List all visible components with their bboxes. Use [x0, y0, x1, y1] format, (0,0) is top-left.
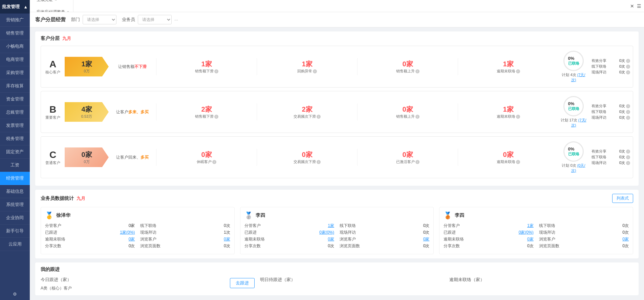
staff-stat-value[interactable]: 0家	[423, 236, 430, 242]
stat-block[interactable]: 0家已激活客户 i	[357, 149, 458, 166]
circle-progress: 0% 已联络	[563, 141, 584, 162]
sidebar-item-固定资产[interactable]: 固定资产	[0, 145, 30, 159]
sidebar-item-经营管理[interactable]: 经营管理	[0, 172, 30, 185]
plan-link[interactable]: (7天/次)	[571, 118, 586, 127]
stat-block[interactable]: 0家休眠客户 i	[156, 149, 257, 166]
staff-stat-value[interactable]: 0家	[224, 236, 230, 242]
info-icon[interactable]: i	[317, 115, 321, 119]
staff-stat-value[interactable]: 0家	[328, 236, 334, 242]
stat-block[interactable]: 1家逾期未联络 i	[458, 103, 558, 120]
today-followup-label: 今日跟进（家）	[41, 277, 224, 283]
goto-followup-button[interactable]: 去跟进	[230, 278, 255, 288]
stat-block[interactable]: 1家回购异常 i	[257, 58, 357, 75]
info-icon[interactable]: i	[626, 110, 630, 114]
sidebar-item-企业协同[interactable]: 企业协同	[0, 211, 30, 225]
staff-stat-row: 现场拜访0次	[539, 230, 629, 235]
sidebar-item-云应用[interactable]: 云应用	[0, 238, 30, 251]
info-icon[interactable]: i	[415, 115, 420, 119]
follow-title: 我的跟进	[41, 267, 633, 273]
sidebar-item-小畅电商[interactable]: 小畅电商	[0, 40, 30, 53]
sidebar-item-电商管理[interactable]: 电商管理	[0, 53, 30, 66]
staff-stat-value[interactable]: 0家	[622, 236, 629, 242]
sidebar-item-基础信息[interactable]: 基础信息	[0, 185, 30, 198]
sidebar-item-发票管理[interactable]: 发票管理	[0, 119, 30, 132]
info-icon[interactable]: i	[626, 59, 630, 63]
staff-filter: 业务员 请选择 ···	[122, 15, 178, 24]
staff-stat-value[interactable]: 0家	[129, 236, 135, 242]
staff-stat-row: 分管客户1家	[444, 223, 533, 229]
stat-block[interactable]: 0家销售额上升 i	[357, 103, 458, 120]
info-icon[interactable]: i	[626, 161, 630, 165]
plan-link[interactable]: (0天/次)	[571, 163, 585, 172]
biz-header: 业务员数据统计 九月 列表式	[41, 194, 633, 203]
sidebar-item-销售管理[interactable]: 销售管理	[0, 27, 30, 40]
stat-block[interactable]: 2家交易频次下滑 i	[257, 103, 357, 120]
main-area: 首页门店商品目录×销货单×店铺管理×生成凭证×应收应付调整单×工资表×工资统计报…	[30, 0, 644, 300]
settings-button[interactable]: ⚙	[0, 288, 30, 300]
info-icon[interactable]: i	[516, 115, 520, 119]
stat-block[interactable]: 0家交易频次下滑 i	[257, 149, 357, 166]
staff-stat-value[interactable]: 0家	[527, 236, 534, 242]
today-followup-col: 今日跟进（家） A类（核心）客户	[41, 277, 224, 291]
tab-close-all-icon[interactable]: ✕	[630, 3, 634, 9]
info-icon[interactable]: i	[626, 155, 630, 159]
info-icon[interactable]: i	[516, 69, 520, 73]
staff-select[interactable]: 请选择	[138, 15, 172, 24]
info-icon[interactable]: i	[415, 160, 420, 164]
sidebar-item-税务管理[interactable]: 税务管理	[0, 132, 30, 145]
dept-select[interactable]: 请选择	[83, 15, 116, 24]
info-icon[interactable]: i	[626, 70, 630, 74]
customer-month-badge: 九月	[62, 36, 71, 42]
staff-stat-row: 分享次数0次	[45, 243, 135, 249]
staff-stat-row: 已跟进0家(0%)	[244, 230, 334, 235]
staff-stat-row: 浏览页面数0次	[340, 243, 429, 249]
info-icon[interactable]: i	[626, 149, 630, 154]
core-customer-label: A类（核心）客户	[41, 285, 224, 291]
info-icon[interactable]: i	[626, 104, 630, 108]
sidebar-item-资金管理[interactable]: 资金管理	[0, 93, 30, 106]
staff-card-2: 🥉 李四 分管客户1家已跟进0家(0%)逾期未联络0家分享次数0次 线下联络0次…	[439, 207, 633, 254]
tab-menu-icon[interactable]: ☰	[637, 3, 641, 9]
sidebar-item-系统管理[interactable]: 系统管理	[0, 198, 30, 211]
staff-stat-value[interactable]: 1家	[527, 223, 534, 229]
staff-stat-value[interactable]: 1家(0%)	[120, 230, 135, 235]
side-stat-row: 现场拜访 0次 i	[592, 70, 630, 75]
tab-close-生成凭证[interactable]: ×	[55, 0, 57, 2]
side-stat-row: 线下联络 0次 i	[592, 155, 630, 160]
staff-stat-value[interactable]: 1家	[328, 223, 334, 229]
info-icon[interactable]: i	[214, 69, 218, 73]
info-icon[interactable]: i	[317, 160, 321, 164]
stat-block[interactable]: 1家销售额下滑 i	[156, 58, 257, 75]
info-icon[interactable]: i	[214, 115, 218, 119]
tier-label-B: B重要客户	[41, 104, 65, 120]
staff-stat-value: 0次	[622, 230, 629, 235]
staff-card-1: 🥈 李四 分管客户1家已跟进0家(0%)逾期未联络0家分享次数0次 线下联络0次…	[240, 207, 434, 254]
stat-block[interactable]: 0家逾期未联络 i	[458, 149, 558, 166]
stat-block[interactable]: 0家销售额上升 i	[357, 58, 458, 75]
list-view-button[interactable]: 列表式	[612, 194, 633, 203]
stat-block[interactable]: 1家逾期未联络 i	[458, 58, 558, 75]
info-icon[interactable]: i	[626, 116, 630, 120]
sidebar-item-采购管理[interactable]: 采购管理	[0, 66, 30, 79]
tab-应收应付调整单[interactable]: 应收应付调整单×	[33, 6, 73, 13]
sidebar-item-库存核算[interactable]: 库存核算	[0, 79, 30, 93]
circle-progress: 0% 已联络	[563, 96, 584, 116]
info-icon[interactable]: i	[626, 65, 630, 69]
staff-stats-right: 线下联络0次现场拜访1次浏览客户0家浏览页面数0次	[140, 223, 230, 250]
sidebar-item-工资[interactable]: 工资	[0, 159, 30, 172]
info-icon[interactable]: i	[516, 160, 520, 164]
plan-link[interactable]: (7天/次)	[571, 73, 585, 82]
info-icon[interactable]: i	[415, 69, 420, 73]
sidebar-item-总账管理[interactable]: 总账管理	[0, 106, 30, 119]
filter-more-icon[interactable]: ···	[174, 17, 178, 22]
stat-block[interactable]: 2家销售额下滑 i	[156, 103, 257, 120]
info-icon[interactable]: i	[313, 69, 317, 73]
sidebar-collapse-icon[interactable]: ▲	[23, 4, 28, 9]
staff-stat-value[interactable]: 0家(0%)	[319, 230, 334, 235]
info-icon[interactable]: i	[212, 160, 216, 164]
sidebar-title: 批发管理	[2, 4, 20, 10]
staff-stat-value[interactable]: 0家(0%)	[519, 230, 534, 235]
tab-生成凭证[interactable]: 生成凭证×	[33, 0, 73, 6]
sidebar-item-营销推广[interactable]: 营销推广	[0, 14, 30, 27]
sidebar-item-新手引导[interactable]: 新手引导	[0, 225, 30, 238]
